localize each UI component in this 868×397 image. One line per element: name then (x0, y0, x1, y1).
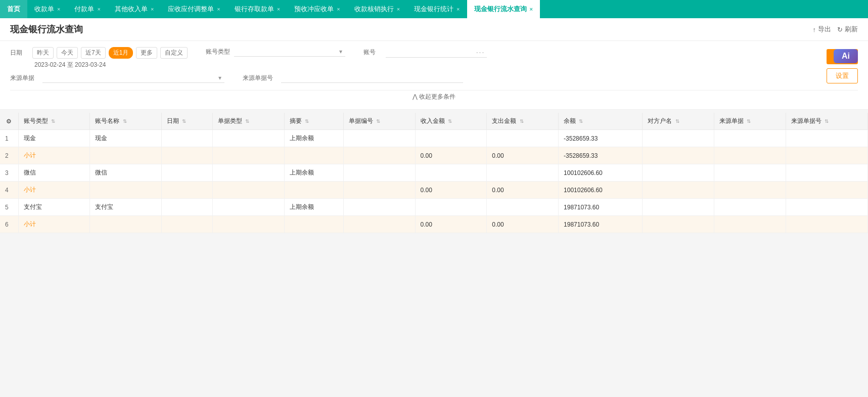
sort-icon[interactable]: ⇅ (747, 118, 751, 124)
page-title: 现金银行流水查询 (10, 23, 83, 35)
sort-icon[interactable]: ⇅ (579, 118, 583, 124)
date-btn-more[interactable]: 更多 (136, 47, 157, 59)
nav-tab-qitashouru[interactable]: 其他收入单 × (108, 0, 161, 18)
column-counterparty: 对方户名 ⇅ (643, 113, 714, 130)
refresh-icon: ↻ (837, 26, 843, 33)
close-icon[interactable]: × (397, 6, 400, 12)
table-cell (643, 182, 714, 199)
nav-tab-yushouchong[interactable]: 预收冲应收单 × (287, 0, 347, 18)
table-cell: 支付宝 (90, 199, 162, 216)
table-cell: 6 (0, 216, 18, 233)
table-cell (786, 147, 867, 164)
nav-tab-liushui[interactable]: 现金银行流水查询 × (467, 0, 540, 18)
ai-badge[interactable]: Ai (834, 49, 858, 63)
table-header-row: ⚙ 账号类型 ⇅ 账号名称 ⇅ 日期 ⇅ 单据类型 ⇅ 摘 (0, 113, 868, 130)
table-cell (343, 147, 415, 164)
close-icon[interactable]: × (217, 6, 220, 12)
column-account-name: 账号名称 ⇅ (90, 113, 162, 130)
nav-tab-shoukuandan[interactable]: 收款单 × (27, 0, 67, 18)
collapse-bar[interactable]: ⋀ 收起更多条件 (10, 90, 858, 103)
account-label: 账号 (363, 48, 382, 57)
sort-icon[interactable]: ⇅ (675, 118, 679, 124)
close-icon[interactable]: × (337, 6, 340, 12)
table-cell (786, 164, 867, 182)
table-cell: 上期余额 (284, 199, 343, 216)
source-doc-no-input[interactable] (281, 73, 463, 83)
export-button[interactable]: ↑ 导出 (813, 25, 832, 34)
close-icon[interactable]: × (97, 6, 100, 12)
date-btn-1month[interactable]: 近1月 (109, 47, 133, 59)
table-cell (343, 130, 415, 147)
date-buttons: 昨天 今天 近7天 近1月 更多 自定义 (32, 47, 188, 59)
table-row: 4小计0.000.00100102606.60 (0, 182, 868, 199)
sort-icon[interactable]: ⇅ (182, 118, 186, 124)
sort-icon[interactable]: ⇅ (123, 118, 127, 124)
header-actions: ↑ 导出 ↻ 刷新 (813, 25, 858, 34)
date-btn-custom[interactable]: 自定义 (160, 47, 188, 59)
table-cell (343, 199, 415, 216)
account-input[interactable]: ··· (386, 47, 487, 58)
table-cell: 1 (0, 130, 18, 147)
account-ellipsis-icon[interactable]: ··· (476, 48, 485, 56)
nav-tab-shoukuanxiaoxiao[interactable]: 收款核销执行 × (347, 0, 407, 18)
table-row: 1现金现金上期余额-3528659.33 (0, 130, 868, 147)
table-cell (487, 130, 559, 147)
table-cell (714, 182, 786, 199)
sort-icon[interactable]: ⇅ (825, 118, 829, 124)
column-doc-type: 单据类型 ⇅ (212, 113, 284, 130)
close-icon[interactable]: × (151, 6, 154, 12)
settings-button[interactable]: 设置 (827, 68, 858, 83)
sort-icon[interactable]: ⇅ (305, 118, 309, 124)
table-cell: 上期余额 (284, 164, 343, 182)
date-range-display: 2023-02-24 至 2023-03-24 (34, 61, 106, 68)
table-cell (343, 182, 415, 199)
nav-home[interactable]: 首页 (0, 0, 27, 18)
close-icon[interactable]: × (530, 6, 533, 12)
table-cell (786, 182, 867, 199)
table-cell (714, 164, 786, 182)
table-cell: 4 (0, 182, 18, 199)
source-doc-select[interactable]: ▾ (42, 73, 224, 83)
table-cell: 19871073.60 (559, 199, 643, 216)
table-cell (786, 216, 867, 233)
table-cell (415, 164, 487, 182)
sort-icon[interactable]: ⇅ (448, 118, 452, 124)
date-btn-today[interactable]: 今天 (57, 47, 78, 59)
column-gear[interactable]: ⚙ (0, 113, 18, 130)
sort-icon[interactable]: ⇅ (520, 118, 524, 124)
table-cell (161, 164, 212, 182)
table-cell: 0.00 (487, 147, 559, 164)
table-cell (161, 130, 212, 147)
nav-tab-yinhangcuquan[interactable]: 银行存取款单 × (227, 0, 287, 18)
table-cell (786, 199, 867, 216)
date-label: 日期 (10, 49, 28, 57)
nav-tab-fukuandan[interactable]: 付款单 × (67, 0, 107, 18)
top-nav: 首页 收款单 × 付款单 × 其他收入单 × 应收应付调整单 × 银行存取款单 … (0, 0, 868, 18)
table-cell (212, 182, 284, 199)
table-cell: 5 (0, 199, 18, 216)
account-type-select[interactable]: ▾ (234, 47, 345, 57)
table-cell: 小计 (18, 216, 90, 233)
table-cell: 0.00 (415, 182, 487, 199)
close-icon[interactable]: × (456, 6, 460, 12)
table-cell (212, 199, 284, 216)
nav-tab-xianjinyinhang[interactable]: 现金银行统计 × (407, 0, 467, 18)
table-cell: 支付宝 (18, 199, 90, 216)
table-cell (343, 164, 415, 182)
table-row: 2小计0.000.00-3528659.33 (0, 147, 868, 164)
sort-icon[interactable]: ⇅ (376, 118, 380, 124)
date-btn-yesterday[interactable]: 昨天 (32, 47, 54, 59)
table-cell: 0.00 (487, 216, 559, 233)
table-row: 5支付宝支付宝上期余额19871073.60 (0, 199, 868, 216)
table-cell: 3 (0, 164, 18, 182)
close-icon[interactable]: × (277, 6, 280, 12)
date-btn-7days[interactable]: 近7天 (81, 47, 106, 59)
refresh-button[interactable]: ↻ 刷新 (837, 25, 858, 34)
close-icon[interactable]: × (57, 6, 60, 12)
nav-tab-yingshouyingfu[interactable]: 应收应付调整单 × (161, 0, 227, 18)
sort-icon[interactable]: ⇅ (51, 118, 55, 124)
table-cell (212, 130, 284, 147)
table-cell: 小计 (18, 182, 90, 199)
table-cell: -3528659.33 (559, 130, 643, 147)
sort-icon[interactable]: ⇅ (245, 118, 249, 124)
